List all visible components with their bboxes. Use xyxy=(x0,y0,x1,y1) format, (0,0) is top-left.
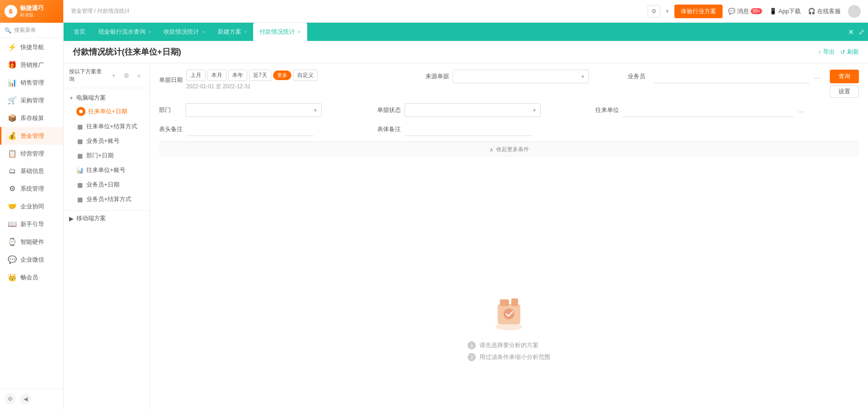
head-note-input[interactable] xyxy=(186,122,314,136)
sidebar-logo: 6 畅捷通巧 标准版 xyxy=(0,0,63,23)
scheme-panel: 按以下方案查询 ＋ ⚙ « ▼ 电脑端方案 往来单位+日期 xyxy=(64,63,150,409)
source-select-arrow: ▼ xyxy=(581,74,585,79)
enterprise-icon: 🤝 xyxy=(8,202,17,211)
scheme-item-unit-date[interactable]: 往来单位+日期 xyxy=(64,104,150,119)
tab-maximize-icon[interactable]: ⤢ xyxy=(858,28,864,36)
date-label: 单据日期 xyxy=(159,76,183,84)
scheme-collapse-btn[interactable]: « xyxy=(134,71,144,81)
tab-bank[interactable]: 现金银行流水查询 × xyxy=(92,23,157,41)
sidebar-item-purchase[interactable]: 🛒 采购管理 xyxy=(0,91,63,109)
scheme-item-staff-settle[interactable]: ▦ 业务员+结算方式 xyxy=(64,192,150,207)
sidebar-item-basic[interactable]: 🗂 基础信息 xyxy=(0,162,63,180)
tab-income[interactable]: 收款情况统计 × xyxy=(157,23,211,41)
topbar-settings-btn[interactable]: ⚙ xyxy=(648,5,660,18)
scheme-mobile-section[interactable]: ▶ 移动端方案 xyxy=(64,210,150,226)
sidebar-item-member[interactable]: 👑 畅会员 xyxy=(0,268,63,286)
tab-new-scheme[interactable]: 新建方案 × xyxy=(211,23,253,41)
industry-btn[interactable]: 体验行业方案 xyxy=(674,5,723,18)
export-btn[interactable]: ↑ 导出 xyxy=(818,48,835,56)
messages-btn[interactable]: 💬 消息 99+ xyxy=(728,7,762,15)
partner-label: 往来单位 xyxy=(595,106,619,114)
partner-dots[interactable]: … xyxy=(797,106,804,114)
date-btns: 上月 本月 本年 近7天 更多 自定义 xyxy=(186,70,318,81)
quick-nav-icon: ⚡ xyxy=(8,43,17,51)
basic-icon: 🗂 xyxy=(8,167,17,175)
sidebar-item-sales[interactable]: 📊 销售管理 xyxy=(0,74,63,91)
scheme-icon-unit-account: 📊 xyxy=(76,167,84,174)
sidebar-item-quick-nav[interactable]: ⚡ 快捷导航 xyxy=(0,38,63,56)
sidebar-item-enterprise[interactable]: 🤝 企业协同 xyxy=(0,197,63,215)
logo-title: 畅捷通巧 xyxy=(20,5,44,12)
tab-home[interactable]: 首页 xyxy=(67,23,92,41)
refresh-btn[interactable]: ↺ 刷新 xyxy=(840,48,859,56)
body-note-input[interactable] xyxy=(404,122,532,136)
sidebar-item-system[interactable]: ⚙ 系统管理 xyxy=(0,180,63,197)
filter-staff-group: 业务员 … xyxy=(628,70,821,83)
dept-label: 部门 xyxy=(159,106,182,114)
tip-num-2: 2 xyxy=(468,353,476,361)
sidebar-nav: ⚡ 快捷导航 🎁 营销推广 📊 销售管理 🛒 采购管理 📦 库存核算 💰 资金管… xyxy=(0,38,63,389)
svg-rect-2 xyxy=(500,299,509,306)
scheme-settings-btn[interactable]: ⚙ xyxy=(121,71,131,81)
date-btn-this-year[interactable]: 本年 xyxy=(228,70,247,81)
system-icon: ⚙ xyxy=(8,184,17,193)
settings-btn[interactable]: 设置 xyxy=(830,85,859,98)
user-avatar[interactable] xyxy=(848,5,861,18)
tab-income-close[interactable]: × xyxy=(202,29,205,35)
tab-new-scheme-close[interactable]: × xyxy=(244,29,247,35)
page-title: 付款情况统计(往来单位+日期) xyxy=(73,46,181,57)
tip-num-1: 1 xyxy=(468,341,476,349)
sidebar-item-capital[interactable]: 💰 资金管理 xyxy=(0,127,63,145)
svg-rect-3 xyxy=(511,298,518,306)
sidebar-item-label: 营销推广 xyxy=(20,61,44,69)
date-btn-last-month[interactable]: 上月 xyxy=(186,70,205,81)
date-btn-more[interactable]: 更多 xyxy=(273,71,291,80)
partner-input[interactable] xyxy=(623,103,793,117)
source-select[interactable]: ▼ xyxy=(453,70,589,83)
content-body: 按以下方案查询 ＋ ⚙ « ▼ 电脑端方案 往来单位+日期 xyxy=(64,63,868,409)
scheme-item-unit-settle[interactable]: ▦ 往来单位+结算方式 xyxy=(64,119,150,134)
scheme-item-staff-date[interactable]: ▦ 业务员+日期 xyxy=(64,177,150,192)
sidebar-item-inventory[interactable]: 📦 库存核算 xyxy=(0,109,63,127)
staff-dots[interactable]: … xyxy=(813,72,821,81)
collapse-bar[interactable]: ∧ 收起更多条件 xyxy=(159,141,859,157)
sidebar: 6 畅捷通巧 标准版 🔍 搜索菜单 ⚡ 快捷导航 🎁 营销推广 📊 销售管理 🛒… xyxy=(0,0,64,409)
date-btn-custom[interactable]: 自定义 xyxy=(293,70,318,81)
staff-input[interactable] xyxy=(654,70,810,83)
scheme-item-dept-date[interactable]: ▦ 部门+日期 xyxy=(64,148,150,163)
scheme-item-unit-account[interactable]: 📊 往来单位+账号 xyxy=(64,163,150,177)
scheme-header-label: 按以下方案查询 xyxy=(69,68,106,83)
empty-tip-1: 1 请先选择要分析的方案 xyxy=(468,341,550,349)
sidebar-search[interactable]: 🔍 搜索菜单 xyxy=(0,23,63,38)
dept-select[interactable]: ▼ xyxy=(185,103,322,117)
messages-label: 消息 xyxy=(737,7,749,15)
app-download-btn[interactable]: 📱 App下载 xyxy=(769,7,801,15)
scheme-icon-staff-settle: ▦ xyxy=(76,196,84,203)
tab-bank-close[interactable]: × xyxy=(148,29,151,35)
staff-label: 业务员 xyxy=(628,72,650,81)
sidebar-item-operation[interactable]: 📋 经营管理 xyxy=(0,145,63,162)
footer-collapse-icon[interactable]: ◀ xyxy=(20,394,31,404)
online-service-btn[interactable]: 🎧 在线客服 xyxy=(808,7,841,15)
sidebar-item-wechat[interactable]: 💬 企业微信 xyxy=(0,251,63,268)
scheme-item-staff-account[interactable]: ▦ 业务员+账号 xyxy=(64,134,150,148)
tab-close-all-icon[interactable]: ✕ xyxy=(848,28,854,36)
tip-1-text: 请先选择要分析的方案 xyxy=(479,341,539,349)
tab-income-label: 收款情况统计 xyxy=(164,28,199,36)
scheme-add-btn[interactable]: ＋ xyxy=(109,71,119,81)
tab-payment-close[interactable]: × xyxy=(298,29,300,35)
sidebar-item-marketing[interactable]: 🎁 营销推广 xyxy=(0,56,63,74)
sidebar-item-guide[interactable]: 📖 新手引导 xyxy=(0,215,63,233)
main-area: 资金管理 / 付款情况统计 ⚙ ▾ 体验行业方案 💬 消息 99+ 📱 App下… xyxy=(64,0,868,409)
tab-payment[interactable]: 付款情况统计 × xyxy=(253,23,307,41)
filter-area: 单据日期 上月 本月 本年 近7天 更多 自定义 20 xyxy=(150,63,868,242)
scheme-desktop-title[interactable]: ▼ 电脑端方案 xyxy=(64,92,150,104)
footer-settings-icon[interactable]: ⚙ xyxy=(5,394,15,404)
sidebar-item-hardware[interactable]: ⌚ 智能硬件 xyxy=(0,233,63,251)
doc-status-select[interactable]: ▼ xyxy=(404,103,541,117)
date-btn-this-month[interactable]: 本月 xyxy=(207,70,226,81)
query-btn[interactable]: 查询 xyxy=(830,70,859,83)
date-btn-7days[interactable]: 近7天 xyxy=(249,70,271,81)
messages-badge: 99+ xyxy=(751,8,762,14)
doc-status-label: 单据状态 xyxy=(377,106,401,114)
